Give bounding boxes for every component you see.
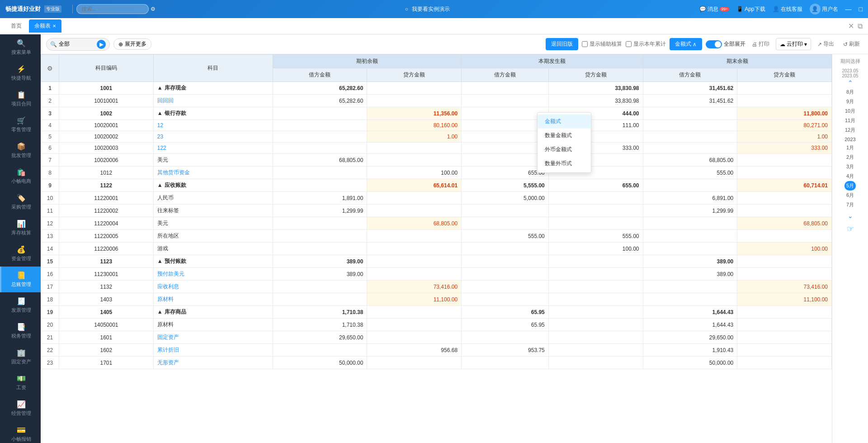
month-item[interactable]: 1月 [844,143,856,152]
show-aux-checkbox[interactable] [582,41,588,47]
sidebar-item-capital[interactable]: 💰资金管理 [0,241,41,267]
month-item[interactable]: 10月 [843,106,857,116]
th-cur-cr: 贷方金额 [548,68,643,82]
account-link[interactable]: 其他货币资金 [157,169,190,176]
month-item[interactable]: 12月 [843,125,857,135]
pc-cr: 333.00 [737,143,832,154]
operations-icon: 📈 [17,400,26,409]
cur-cr [548,268,643,281]
amount-mode-button[interactable]: 金额式 ∧ [670,38,702,50]
tab-close-icon[interactable]: ✕ [52,24,56,29]
settings-icon[interactable]: ⚙ [151,6,156,12]
account-expand-icon[interactable]: ▲ [157,110,163,116]
month-item[interactable]: 4月 [844,171,856,181]
sidebar-item-assets[interactable]: 🏢固定资产 [0,344,41,370]
account-link[interactable]: 应收利息 [157,283,179,290]
table-row: 22 1602 累计折旧 956.68 953.75 1,910.43 [41,344,832,357]
show-ytd-check[interactable]: 显示本年累计 [626,40,666,48]
ecommerce-label: 小畅电商 [11,178,31,185]
show-aux-check[interactable]: 显示辅助核算 [582,40,622,48]
gear-icon[interactable]: ⚙ [47,65,53,72]
account-link[interactable]: 原材料 [157,296,174,302]
pc-dr [643,179,737,192]
account-link[interactable]: 23 [157,133,163,140]
pc-dr: 1,910.43 [643,344,737,357]
expand-more-button[interactable]: ⊕ 展开更多 [113,38,151,50]
demo-link-text[interactable]: 我要看实例演示 [412,5,450,13]
export-button[interactable]: ↗ 导出 [815,38,837,50]
sidebar-item-ledger[interactable]: 📒总账管理 [0,267,41,292]
dropdown-item-数量外币式[interactable]: 数量外币式 [538,157,591,171]
sidebar-item-project[interactable]: 📋项目合同 [0,86,41,112]
cur-dr [462,243,549,255]
dropdown-item-外币金额式[interactable]: 外币金额式 [538,143,591,157]
row-name: 预付款美元 [153,268,273,281]
month-item[interactable]: 5月 [844,181,856,191]
month-item[interactable]: 8月 [843,87,857,97]
right-panel-collapse-button[interactable]: ☞ [847,224,854,234]
sidebar-item-quicknav[interactable]: ⚡快捷导航 [0,60,41,86]
return-old-version-button[interactable]: 退回旧版 [546,38,578,50]
account-expand-icon[interactable]: ▲ [157,85,163,91]
tab-home[interactable]: 首页 [5,19,27,33]
window-maximize-button[interactable]: □ [859,5,863,13]
month-item[interactable]: 3月 [844,162,856,171]
cloud-print-label: 云打印 [787,40,803,48]
month-item[interactable]: 2月 [844,152,856,162]
account-search-input[interactable] [59,41,95,48]
toolbar: 🔍 ▶ ⊕ 展开更多 退回旧版 显示辅助核算 显示本年累计 金额式 ∧ [41,34,868,54]
account-nav-next-button[interactable]: ▶ [97,40,106,49]
account-expand-icon[interactable]: ▲ [157,309,163,315]
period-prev-button[interactable]: ⌃ [847,78,854,87]
dropdown-item-数量金额式[interactable]: 数量金额式 [538,129,591,143]
print-icon: 🖨 [752,41,757,48]
sidebar-item-wholesale[interactable]: 📦批发管理 [0,138,41,163]
window-minimize-button[interactable]: — [845,5,852,13]
window-close-button[interactable]: ✕ [848,22,854,30]
sidebar-item-sales[interactable]: 💳小畅报销 [0,421,41,443]
account-link[interactable]: 累计折旧 [157,347,179,353]
message-button[interactable]: 💬 消息 99+ [699,5,729,13]
sidebar-item-tax[interactable]: 📑税务管理 [0,318,41,344]
row-name: 122 [153,143,273,154]
account-link[interactable]: 回回回 [157,97,174,104]
sidebar-item-invoice[interactable]: 🧾发票管理 [0,292,41,318]
account-link[interactable]: 无形资产 [157,359,179,366]
online-service-button[interactable]: 👤 在线客服 [773,5,802,13]
sidebar-item-search[interactable]: 🔍搜索菜单 [0,34,41,60]
sidebar-item-inventory[interactable]: 📊库存核算 [0,215,41,241]
sidebar-item-salary[interactable]: 💵工资 [0,370,41,395]
month-item[interactable]: 6月 [844,191,856,200]
month-item[interactable]: 11月 [843,116,857,125]
cur-dr [462,217,549,230]
account-link[interactable]: 固定资产 [157,334,179,340]
print-button[interactable]: 🖨 打印 [749,38,772,50]
sidebar-item-retail[interactable]: 🛒零售管理 [0,112,41,138]
row-no: 14 [41,243,59,255]
sidebar-item-operations[interactable]: 📈经营管理 [0,395,41,421]
account-expand-icon[interactable]: ▲ [157,182,163,188]
show-ytd-checkbox[interactable] [626,41,632,47]
app-download-button[interactable]: 📱 App下载 [736,5,765,13]
tab-balance[interactable]: 余额表 ✕ [29,19,61,33]
cur-cr: 655.00 [548,179,643,192]
cloud-print-button[interactable]: ☁ 云打印 ▾ [776,38,811,50]
user-avatar[interactable]: 👤 用户名 [810,4,838,14]
sidebar-item-purchase[interactable]: 🏷️采购管理 [0,189,41,215]
account-expand-icon[interactable]: ▲ [157,258,163,264]
month-item[interactable]: 9月 [843,97,857,106]
account-link[interactable]: 12 [157,122,163,129]
all-expand-label: 全部展开 [724,40,745,48]
export-label: 导出 [823,40,834,48]
toggle-switch[interactable] [706,40,722,48]
window-restore-button[interactable]: ⧉ [858,22,863,30]
dropdown-item-金额式[interactable]: 金额式 [538,114,591,129]
account-link[interactable]: 122 [157,145,166,151]
top-search-input[interactable] [76,4,149,14]
sidebar-item-ecommerce[interactable]: 🛍️小畅电商 [0,163,41,189]
refresh-button[interactable]: ↺ 刷新 [840,38,863,50]
all-expand-toggle[interactable]: 全部展开 [706,40,745,48]
period-next-button[interactable]: ⌄ [847,211,854,220]
account-link[interactable]: 预付款美元 [157,271,184,277]
month-item[interactable]: 7月 [844,200,856,210]
